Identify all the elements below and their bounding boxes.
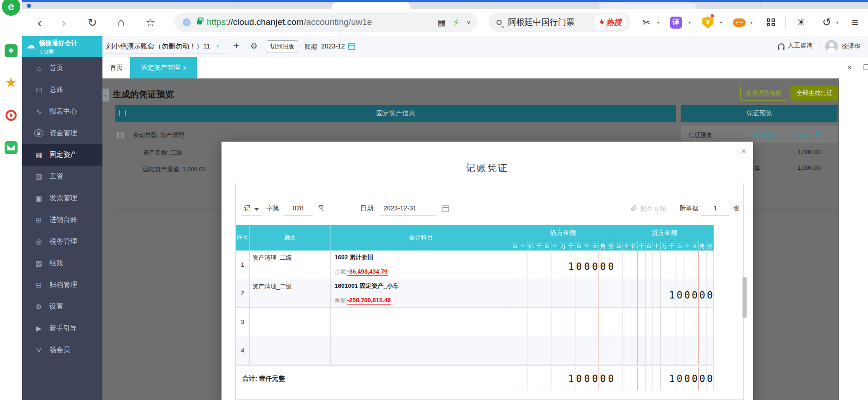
translate-icon[interactable]: 译	[670, 9, 682, 36]
row-account[interactable]	[331, 336, 511, 364]
forward-icon[interactable]: ›	[57, 9, 70, 36]
voucher-row-3[interactable]: 3	[236, 308, 714, 336]
sidebar-item-report-center[interactable]: ∿报表中心	[22, 101, 102, 122]
support-link[interactable]: 人工咨询	[778, 42, 813, 50]
browser-tab[interactable]	[599, 2, 696, 9]
voucher-row-2[interactable]: 2资产清理_二级1601001 固定资产_小车余额:-258,760,615.4…	[236, 279, 714, 308]
digit-grid[interactable]	[511, 279, 615, 307]
sidebar-item-tax-management[interactable]: ◎税务管理	[22, 231, 102, 252]
undo-caret-icon[interactable]: ▾	[836, 9, 838, 36]
translate-caret-icon[interactable]: ▾	[688, 9, 691, 36]
row-checkbox[interactable]	[117, 132, 124, 138]
row-summary[interactable]	[250, 336, 331, 364]
url-bar[interactable]: https://cloud.chanjet.com/accounting/uw1…	[174, 12, 477, 32]
modal-scrollbar-thumb[interactable]	[742, 277, 747, 318]
row-account[interactable]	[331, 308, 511, 336]
dock-app-icon[interactable]: ❖	[5, 44, 18, 57]
account-chevron-icon[interactable]: ˅	[216, 43, 220, 50]
modal-close-icon[interactable]: ×	[741, 146, 746, 156]
row-summary[interactable]: 资产清理_二级	[250, 251, 331, 279]
url-text[interactable]: https://cloud.chanjet.com/accounting/uw1…	[207, 17, 372, 27]
account-settings-gear-icon[interactable]: ⚙	[250, 41, 257, 51]
tab-home[interactable]: 首页	[110, 57, 123, 78]
digit-grid[interactable]	[615, 336, 714, 364]
total-digit-grid[interactable]: 100000	[511, 367, 615, 390]
period-value[interactable]: 2023-12	[321, 42, 345, 50]
menu-icon[interactable]: ≡	[852, 9, 858, 36]
select-all-checkbox[interactable]	[119, 110, 126, 116]
sidebar-item-funds-management[interactable]: ¥资金管理	[22, 122, 102, 144]
digit-grid[interactable]	[511, 336, 615, 364]
tab-close-icon[interactable]: x	[183, 65, 186, 71]
search-query[interactable]: 阿根廷中国行门票	[508, 17, 575, 28]
row-summary[interactable]: 资产清理_二级	[250, 279, 331, 307]
apps-grid-icon[interactable]	[767, 9, 775, 36]
sidebar-item-archive-management[interactable]: ⊟归档管理	[22, 274, 102, 296]
voucher-word-selector[interactable]: 记	[244, 204, 251, 213]
digit-grid[interactable]: 100000	[615, 279, 714, 307]
digit-grid[interactable]	[615, 251, 714, 279]
browser-logo-icon[interactable]: e	[2, 0, 20, 16]
wallet-shield-icon[interactable]: ¥	[702, 9, 713, 36]
voucher-number-input[interactable]: 028	[287, 204, 309, 212]
date-input[interactable]: 2023-12-31	[383, 204, 417, 212]
sidebar-item-payroll[interactable]: ▥工资	[22, 166, 102, 187]
row-account[interactable]: 1601001 固定资产_小车余额:-258,760,615.46	[331, 279, 511, 307]
sidebar-item-purchase-sales-ledger[interactable]: ⊞进销台账	[22, 209, 102, 231]
account-set-selector[interactable]: 刘小艳演示账套（勿删勿动！）11	[106, 42, 210, 51]
attachment-info[interactable]: 附件 0 张	[641, 205, 665, 213]
sidebar-item-member[interactable]: V畅会员	[22, 339, 102, 361]
games-caret-icon[interactable]: ▾	[750, 9, 753, 36]
date-calendar-icon[interactable]	[442, 205, 449, 212]
row-summary[interactable]	[250, 308, 331, 336]
back-icon[interactable]: ‹	[33, 9, 46, 36]
sidebar-item-general-ledger[interactable]: ▤总账	[22, 79, 102, 101]
digit-grid[interactable]	[615, 308, 714, 336]
sidebar-item-closing[interactable]: ▨结账	[22, 252, 102, 274]
edit-voucher-link[interactable]: ✎修改凭证	[791, 131, 822, 139]
url-dropdown-icon[interactable]: ˅	[467, 18, 471, 26]
flash-icon[interactable]: ⚡	[453, 17, 459, 28]
browser-tab-strip[interactable]	[22, 2, 868, 9]
weibo-icon[interactable]	[5, 109, 18, 122]
fullscreen-icon[interactable]: ❐	[863, 63, 868, 72]
collapse-handle[interactable]: ‹	[102, 89, 109, 101]
receipts-count-input[interactable]: 1	[701, 204, 730, 212]
favorites-star-icon[interactable]: ★	[5, 76, 18, 89]
choose-template-link[interactable]: ☰选择模板	[747, 131, 778, 139]
active-browser-tab[interactable]	[332, 2, 410, 9]
voucher-row-1[interactable]: 1资产清理_二级1602 累计折旧余额:-36,493,434.79100000	[236, 251, 714, 279]
panel-close-icon[interactable]: ×	[847, 63, 852, 72]
sidebar-item-invoice-management[interactable]: ▣发票管理	[22, 187, 102, 209]
digit-grid[interactable]	[511, 308, 615, 336]
tab-fixed-assets[interactable]: 固定资产管理x	[130, 57, 197, 78]
home-icon[interactable]: ⌂	[114, 9, 127, 36]
voucher-row-4[interactable]: 4	[236, 336, 714, 365]
user-avatar[interactable]	[825, 40, 838, 53]
user-menu[interactable]: 徐泽华	[825, 40, 861, 53]
calendar-icon[interactable]	[348, 43, 355, 50]
generate-all-vouchers-button[interactable]: 全部生成凭证	[790, 86, 838, 101]
sidebar-item-home[interactable]: ⌂首页	[22, 57, 102, 79]
search-box[interactable]: 阿根廷中国行门票 热搜	[489, 12, 631, 32]
hot-search-badge[interactable]: 热搜	[593, 14, 626, 30]
word-dropdown-icon[interactable]	[254, 208, 259, 211]
reload-icon[interactable]: ↻	[86, 9, 99, 36]
qr-code-icon[interactable]: ▦	[437, 17, 446, 28]
scissors-caret-icon[interactable]: ▾	[657, 9, 659, 36]
site-extension-icon[interactable]	[183, 18, 191, 26]
undo-history-icon[interactable]: ↺	[822, 9, 831, 36]
sidebar-item-settings[interactable]: ⚙设置	[22, 296, 102, 317]
total-digit-grid[interactable]: 100000	[615, 367, 714, 390]
batch-adjust-template-button[interactable]: 批量调整模板	[740, 86, 787, 101]
screenshot-scissors-icon[interactable]: ✂	[642, 9, 651, 36]
digit-grid[interactable]: 100000	[511, 251, 615, 279]
sidebar-item-beginner-guide[interactable]: ▶新手引导	[22, 317, 102, 339]
shield-caret-icon[interactable]: ▾	[720, 9, 722, 36]
games-icon[interactable]: + ••	[733, 9, 746, 36]
mail-icon[interactable]	[5, 141, 18, 154]
theme-sun-icon[interactable]: ☀	[796, 9, 806, 36]
row-account[interactable]: 1602 累计折旧余额:-36,493,434.79	[331, 251, 511, 279]
switch-old-version-button[interactable]: 切到旧版	[267, 40, 298, 53]
bookmark-star-icon[interactable]: ☆	[144, 9, 157, 36]
